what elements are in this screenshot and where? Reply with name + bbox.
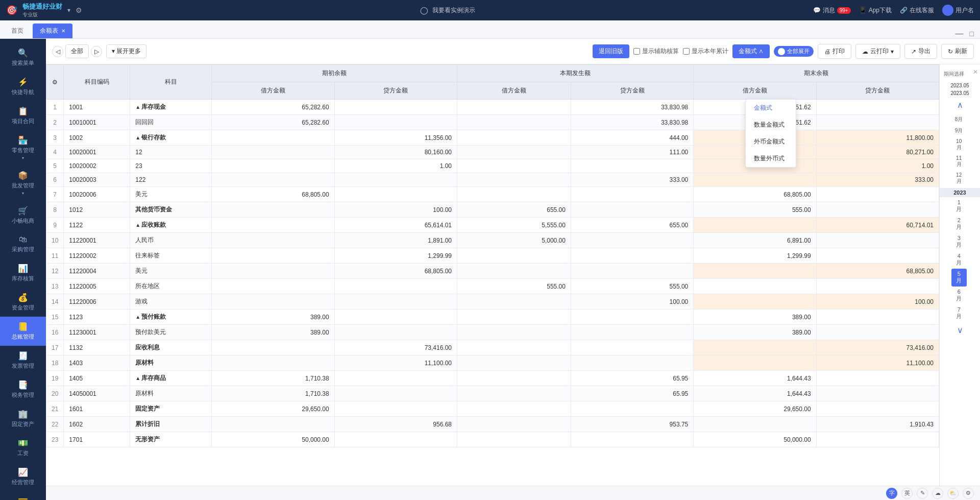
bottom-cloud-icon[interactable]: ☁ (932, 488, 943, 499)
account-name[interactable]: 美元 (130, 264, 212, 279)
app-download-btn[interactable]: 📱 App下载 (859, 6, 892, 15)
table-row[interactable]: 18 1403 原材料 11,100.00 11,100.00 (46, 355, 939, 371)
show-assist-checkbox[interactable]: 显示辅助核算 (633, 47, 679, 56)
export-btn[interactable]: ↗ 导出 (904, 44, 937, 59)
year-check[interactable] (683, 48, 690, 55)
table-row[interactable]: 7 10020006 美元 68,805.00 68,805.00 (46, 187, 939, 202)
account-name[interactable]: ▲库存现金 (130, 100, 212, 115)
account-name[interactable]: 原材料 (130, 355, 212, 371)
table-row[interactable]: 19 1405 ▲库存商品 1,710.38 65.95 1,644.43 (46, 371, 939, 386)
account-name[interactable]: 固定资产 (130, 401, 212, 417)
period-close-btn[interactable]: ✕ (973, 68, 978, 80)
table-row[interactable]: 22 1602 累计折旧 956.68 953.75 1,910.43 (46, 417, 939, 432)
bottom-lang-icon[interactable]: 英 (901, 488, 913, 499)
period-9[interactable]: 9月 (950, 125, 967, 136)
mode-amount[interactable]: 金额式 (746, 100, 796, 116)
account-name[interactable]: ▲银行存款 (130, 130, 212, 146)
mode-quantity-amount[interactable]: 数量金额式 (746, 116, 796, 133)
table-row[interactable]: 6 10020003 122 333.00 333.00 (46, 173, 939, 187)
expand-all-toggle[interactable]: 全部展开 (774, 46, 814, 57)
tab-balance[interactable]: 余额表 ✕ (33, 23, 72, 38)
period-2023-3[interactable]: 3月 (951, 233, 967, 251)
refresh-btn[interactable]: ↻ 刷新 (941, 44, 974, 59)
sidebar-item-salary[interactable]: 💵 工资 (0, 433, 46, 462)
sidebar-item-project[interactable]: 📋 项目合同 (0, 101, 46, 130)
account-name[interactable]: ▲应收账款 (130, 218, 212, 233)
mode-foreign-amount[interactable]: 外币金额式 (746, 133, 796, 150)
account-name[interactable]: 预付款美元 (130, 325, 212, 340)
account-name[interactable]: 无形资产 (130, 432, 212, 447)
sidebar-item-retail[interactable]: 🏪 零售管理 ▾ (0, 130, 46, 165)
account-name[interactable]: ▲库存商品 (130, 371, 212, 386)
period-2023-5[interactable]: 5月 (951, 269, 967, 287)
messages-btn[interactable]: 💬 消息 99+ (813, 6, 851, 15)
settings-icon[interactable]: ⚙ (76, 6, 82, 14)
table-row[interactable]: 9 1122 ▲应收账款 65,614.01 5,555.00 655.00 6… (46, 218, 939, 233)
table-row[interactable]: 10 11220001 人民币 1,891.00 5,000.00 6,891.… (46, 233, 939, 248)
table-row[interactable]: 3 1002 ▲银行存款 11,356.00 444.00 11,800.00 (46, 130, 939, 146)
table-row[interactable]: 2 10010001 回回回 65,282.60 33,830.98 31,45… (46, 115, 939, 130)
table-row[interactable]: 17 1132 应收利息 73,416.00 73,416.00 (46, 340, 939, 355)
sidebar-item-expense[interactable]: 💳 小畅报销 (0, 491, 46, 500)
return-old-btn[interactable]: 退回旧版 (593, 44, 629, 58)
account-name[interactable]: 所在地区 (130, 279, 212, 294)
mode-quantity-foreign[interactable]: 数量外币式 (746, 150, 796, 167)
table-container[interactable]: ⚙ 科目编码 科目 期初余额 本期发生额 期末余额 借方金额 贷方金额 借方金额… (46, 64, 939, 486)
sidebar-item-tax[interactable]: 📑 税务管理 (0, 375, 46, 404)
account-name[interactable]: 往来标签 (130, 248, 212, 264)
period-2023-4[interactable]: 4月 (951, 251, 967, 269)
sidebar-item-ecommerce[interactable]: 🛒 小畅电商 (0, 201, 46, 230)
tab-home[interactable]: 首页 (4, 23, 31, 38)
account-name[interactable]: 人民币 (130, 233, 212, 248)
period-2023-6[interactable]: 6月 (951, 287, 967, 304)
table-row[interactable]: 1 1001 ▲库存现金 65,282.60 33,830.98 31,451.… (46, 100, 939, 115)
window-minimize-btn[interactable]: — (953, 29, 966, 38)
window-restore-btn[interactable]: □ (968, 30, 976, 38)
table-row[interactable]: 8 1012 其他货币资金 100.00 655.00 555.00 (46, 202, 939, 218)
period-2023-1[interactable]: 1月 (951, 197, 967, 215)
account-name[interactable]: 回回回 (130, 115, 212, 130)
th-settings[interactable]: ⚙ (46, 65, 64, 100)
sidebar-item-nav[interactable]: ⚡ 快捷导航 (0, 72, 46, 101)
table-row[interactable]: 4 10020001 12 80,160.00 111.00 80,271.00 (46, 146, 939, 159)
nav-forward-btn[interactable]: ▷ (91, 46, 102, 57)
account-name[interactable]: 美元 (130, 187, 212, 202)
sidebar-item-management[interactable]: 📈 经营管理 (0, 462, 46, 491)
account-name[interactable]: 应收利息 (130, 340, 212, 355)
sidebar-item-ledger[interactable]: 📒 总账管理 (0, 317, 46, 346)
sidebar-item-purchase[interactable]: 🛍 采购管理 (0, 230, 46, 258)
bottom-edit-icon[interactable]: ✎ (917, 488, 928, 499)
sidebar-item-assets[interactable]: 🏢 固定资产 (0, 404, 46, 433)
period-down-btn[interactable]: ∨ (956, 324, 964, 336)
demo-link[interactable]: 我要看实例演示 (432, 6, 475, 15)
period-8[interactable]: 8月 (950, 114, 967, 125)
dropdown-icon[interactable]: ▾ (67, 7, 70, 14)
user-avatar[interactable]: 用户名 (942, 5, 974, 16)
tab-close-icon[interactable]: ✕ (61, 28, 65, 34)
table-row[interactable]: 21 1601 固定资产 29,650.00 29,650.00 (46, 401, 939, 417)
sidebar-item-invoice[interactable]: 🧾 发票管理 (0, 346, 46, 375)
period-12[interactable]: 12月 (950, 170, 967, 187)
period-2023-7[interactable]: 7月 (951, 304, 967, 322)
account-name[interactable]: 23 (130, 159, 212, 173)
account-name[interactable]: 累计折旧 (130, 417, 212, 432)
print-btn[interactable]: 🖨 打印 (818, 44, 851, 59)
sidebar-item-inventory[interactable]: 📊 库存核算 (0, 258, 46, 288)
account-name[interactable]: 游戏 (130, 294, 212, 309)
bottom-cloud2-icon[interactable]: ⛅ (947, 488, 959, 499)
account-name[interactable]: 122 (130, 173, 212, 187)
account-name[interactable]: ▲预付账款 (130, 309, 212, 325)
bottom-chat-icon[interactable]: 字 (886, 488, 897, 499)
table-row[interactable]: 11 11220002 往来标签 1,299.99 1,299.99 (46, 248, 939, 264)
table-row[interactable]: 20 14050001 原材料 1,710.38 65.95 1,644.43 (46, 386, 939, 401)
cloud-print-btn[interactable]: ☁ 云打印 ▾ (855, 44, 900, 59)
account-name[interactable]: 12 (130, 146, 212, 159)
table-row[interactable]: 5 10020002 23 1.00 1.00 (46, 159, 939, 173)
period-10[interactable]: 10月 (950, 136, 967, 153)
bottom-settings-icon[interactable]: ⚙ (963, 488, 974, 499)
table-row[interactable]: 12 11220004 美元 68,805.00 68,805.00 (46, 264, 939, 279)
online-service-btn[interactable]: 🔗 在线客服 (900, 6, 934, 15)
nav-back-btn[interactable]: ◁ (52, 46, 63, 57)
show-year-cumulative-checkbox[interactable]: 显示本年累计 (683, 47, 728, 56)
sidebar-item-search[interactable]: 🔍 搜索菜单 (0, 43, 46, 72)
